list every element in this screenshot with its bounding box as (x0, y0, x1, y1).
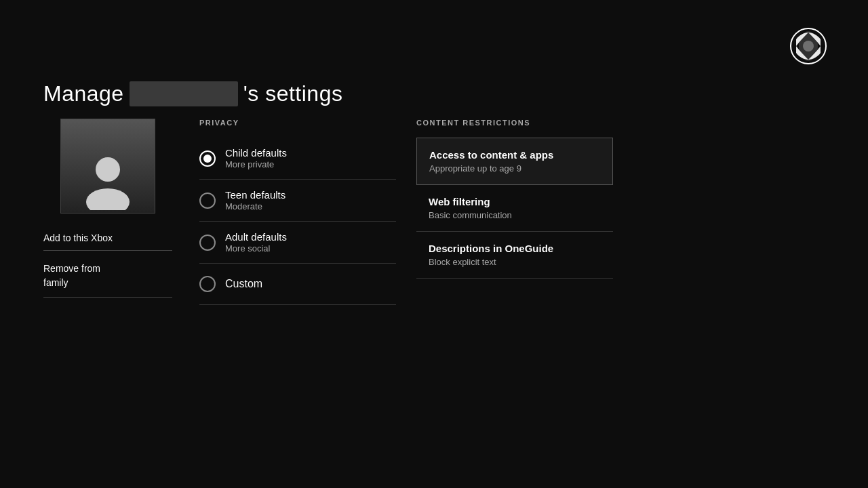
svg-point-3 (96, 157, 120, 182)
restriction-access-desc: Appropriate up to age 9 (429, 163, 600, 174)
radio-custom-text: Custom (225, 278, 262, 290)
page-title: Manage 's settings (43, 81, 342, 106)
main-content: Add to this Xbox Remove fromfamily PRIVA… (43, 119, 823, 305)
avatar (60, 119, 155, 214)
restriction-item-descriptions[interactable]: Descriptions in OneGuide Block explicit … (416, 232, 613, 279)
radio-adult-text: Adult defaults More social (225, 231, 287, 253)
restriction-item-access[interactable]: Access to content & apps Appropriate up … (416, 138, 613, 185)
content-restrictions-label: CONTENT RESTRICTIONS (416, 119, 613, 127)
restriction-access-title: Access to content & apps (429, 149, 600, 161)
restriction-web-desc: Basic communication (429, 210, 601, 220)
svg-point-2 (803, 41, 814, 52)
radio-teen-label: Teen defaults (225, 189, 285, 201)
radio-child-text: Child defaults More private (225, 147, 287, 169)
restriction-item-web[interactable]: Web filtering Basic communication (416, 185, 613, 232)
radio-adult-label: Adult defaults (225, 231, 287, 243)
radio-teen-sublabel: Moderate (225, 201, 285, 211)
radio-custom-label: Custom (225, 278, 262, 290)
radio-adult-sublabel: More social (225, 243, 287, 253)
radio-child (199, 150, 216, 167)
title-suffix: 's settings (243, 81, 343, 106)
radio-teen-text: Teen defaults Moderate (225, 189, 285, 211)
radio-child-label: Child defaults (225, 147, 287, 159)
add-to-xbox-button[interactable]: Add to this Xbox (43, 226, 172, 251)
title-username (130, 81, 238, 106)
restriction-descriptions-title: Descriptions in OneGuide (429, 243, 601, 254)
restriction-web-title: Web filtering (429, 196, 601, 207)
xbox-logo (789, 27, 827, 65)
remove-from-family-button[interactable]: Remove fromfamily (43, 255, 172, 298)
title-manage: Manage (43, 81, 124, 106)
radio-teen (199, 192, 216, 209)
privacy-section-label: PRIVACY (199, 119, 396, 127)
privacy-option-custom[interactable]: Custom (199, 264, 396, 305)
sidebar: Add to this Xbox Remove fromfamily (43, 119, 172, 305)
restriction-descriptions-desc: Block explicit text (429, 257, 601, 267)
privacy-option-adult[interactable]: Adult defaults More social (199, 222, 396, 264)
privacy-options: Child defaults More private Teen default… (199, 138, 396, 305)
privacy-section: PRIVACY Child defaults More private Teen… (199, 119, 396, 305)
privacy-option-child[interactable]: Child defaults More private (199, 138, 396, 180)
avatar-icon (77, 149, 138, 213)
content-restrictions-section: CONTENT RESTRICTIONS Access to content &… (416, 119, 613, 305)
privacy-option-teen[interactable]: Teen defaults Moderate (199, 180, 396, 222)
radio-adult (199, 235, 216, 251)
radio-custom (199, 276, 216, 292)
radio-child-sublabel: More private (225, 159, 287, 169)
svg-point-4 (86, 188, 130, 210)
